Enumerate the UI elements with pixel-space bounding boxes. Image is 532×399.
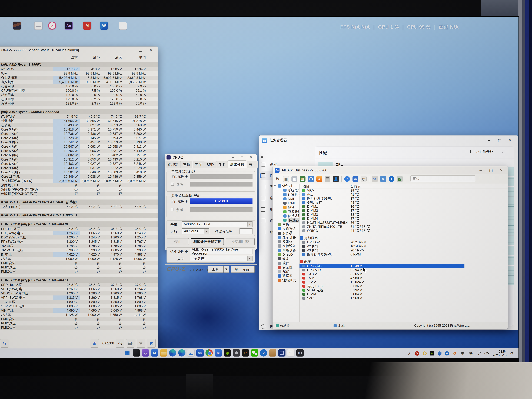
license-card-icon[interactable]: ▧ xyxy=(397,176,403,182)
report-add-icon[interactable]: ▤✚ xyxy=(126,339,135,348)
text-document-shortcut[interactable] xyxy=(34,22,43,30)
list-item-图形处理器(GPU)[interactable]: 图形处理器(GPU)0 RPM xyxy=(299,252,508,256)
table-row[interactable]: 热降频 (PROCHOT EXT)否否否 xyxy=(0,192,158,196)
blank-file-shortcut[interactable] xyxy=(119,22,127,30)
table-row[interactable]: Core 4 功耗10.547 W0.093 W10.658 W5.413 W xyxy=(0,145,158,149)
cpu-z[interactable] xyxy=(278,349,285,356)
blue-m-app-2[interactable]: M xyxy=(215,349,222,356)
table-row[interactable]: (Tctl/Tdie)74.5 ℃45.9 ℃74.5 ℃61.7 ℃ xyxy=(0,114,158,119)
maximize-button[interactable]: ▢ xyxy=(135,48,146,52)
ime-pinyin[interactable]: 拼 xyxy=(469,351,473,356)
file-explorer[interactable] xyxy=(160,349,167,356)
list-item-DIMM4[interactable]: DIMM437 ℃ xyxy=(299,217,508,221)
report-icon[interactable]: ▤ xyxy=(283,176,289,182)
database-icon[interactable]: ≋ xyxy=(353,176,358,182)
aida64[interactable]: 64 xyxy=(196,349,204,356)
display-icon[interactable]: 🖵 xyxy=(308,176,314,182)
table-row[interactable]: 1.8V 电压1.800 V1.800 V1.800 V1.800 V xyxy=(0,300,158,304)
table-row[interactable]: 频率99.8 MHz99.8 MHz99.8 MHz99.8 MHz xyxy=(0,71,158,76)
table-row[interactable]: PMIC过压否否否否 xyxy=(0,321,158,325)
table-row[interactable]: 总功率1.000 W1.000 W1.125 W1.006 W xyxy=(0,257,158,261)
table-row[interactable]: IN 电压4.620 V4.620 V4.970 V4.883 V xyxy=(0,252,158,257)
table-row[interactable]: ore VIDs1.178 V0.410 V1.205 V1.134 V xyxy=(0,67,158,71)
tree-item-存储设备[interactable]: ›存储设备 xyxy=(272,244,299,248)
ime-chinese[interactable]: 中 xyxy=(460,351,465,356)
tray-bluetooth[interactable]: B xyxy=(445,351,449,355)
swap-arrows-icon[interactable]: ⇆ xyxy=(0,339,9,348)
table-row[interactable]: 有效频率5,403.6 MHz103.5 MHz5,411.2 MHz2,860… xyxy=(0,80,158,84)
list-item-VRM[interactable]: VRM39 ℃ xyxy=(299,189,508,192)
list-item-ZHITAI TiPlus7100 1TB[interactable]: ZHITAI TiPlus7100 1TB51 ℃ / 38 ℃ xyxy=(299,225,508,229)
table-row[interactable]: PMIC高温否否否否 xyxy=(0,261,158,265)
tree-item-操作系统[interactable]: ›操作系统 xyxy=(272,227,299,231)
table-row[interactable]: Core 6 功耗9.802 W0.051 W10.482 W5.151 W xyxy=(0,153,158,157)
list-item-DIMM3[interactable]: DIMM338 ℃ xyxy=(299,213,508,217)
table-row[interactable]: 心功耗10.493 W0.027 W10.853 W5.569 W xyxy=(0,123,158,127)
table-row[interactable]: CPU/线程使用率100.0 %7.5 %100.0 %65.1 % xyxy=(0,89,158,93)
notification-bell-icon[interactable]: 🗘z xyxy=(510,351,515,356)
v-app[interactable]: V xyxy=(260,349,267,356)
red-m-app-shortcut[interactable]: M xyxy=(83,22,91,30)
tools-dropdown-arrow[interactable]: ▼ xyxy=(223,266,229,273)
reference-checkbox[interactable] xyxy=(171,183,174,186)
taskbar-clock[interactable]: 23:54 2025/6/15 xyxy=(493,350,507,357)
tree-item-显示设备[interactable]: ›显示设备 xyxy=(272,235,299,240)
tab-关于[interactable]: 关于 xyxy=(247,161,258,168)
tree-item-系统概述[interactable]: 系统概述 xyxy=(272,188,299,192)
tab-内存[interactable]: 内存 xyxy=(193,161,204,168)
search-input[interactable]: 查找 xyxy=(411,176,475,182)
list-item-GPU 显存[interactable]: GPU 显存48 ℃ xyxy=(299,201,508,205)
table-row[interactable]: VIN 电压4.690 V4.690 V5.040 V4.888 V xyxy=(0,308,158,313)
pie-chart-icon[interactable]: ◔ xyxy=(344,176,350,182)
benchmark-version-select[interactable]: Version 17.01.64▼ xyxy=(182,221,253,227)
tree-item-主板[interactable]: ›主板 xyxy=(272,222,299,227)
tree-item-传感器[interactable]: 传感器 xyxy=(272,218,299,222)
tree-item-配置[interactable]: ›配置 xyxy=(272,270,299,274)
table-row[interactable]: 心有效频率5,403.6 MHz8.3 MHz5,623.6 MHz2,860.… xyxy=(0,76,158,80)
minimize-button[interactable]: – xyxy=(228,155,237,159)
table-row[interactable]: .8V 电压1.785 V1.785 V1.785 V1.785 V xyxy=(0,244,158,248)
tree-item-多媒体[interactable]: ›多媒体 xyxy=(272,240,299,244)
tree-item-性能测试[interactable]: ›性能测试 xyxy=(272,278,299,282)
hardware-monitor-app[interactable] xyxy=(296,349,304,356)
gpu-z[interactable]: G xyxy=(287,349,295,356)
tools-button[interactable]: 工具 xyxy=(208,266,223,273)
package-app[interactable] xyxy=(269,349,276,356)
submit-compare-button[interactable]: 提交和比较 xyxy=(226,238,254,245)
list-item-HGST HUS728T8TALE6L4[interactable]: HGST HUS728T8TALE6L436 ℃ xyxy=(299,221,508,225)
tray-security-shield[interactable] xyxy=(437,351,442,356)
test-stability-button[interactable]: 测试处理器稳定度 xyxy=(191,238,224,245)
after-effects-shortcut[interactable]: Ae xyxy=(65,22,73,30)
ok-button[interactable]: 确定 xyxy=(239,266,254,273)
aida-titlebar[interactable]: 64 AIDA64 Business v7.00.6700 – ▢ ✕ xyxy=(272,166,508,174)
refresh-icon[interactable]: ↻ xyxy=(275,176,280,182)
close-x-icon[interactable]: ✖ xyxy=(147,339,156,348)
info-icon[interactable]: i xyxy=(389,176,394,182)
monitor-window-icon[interactable]: 🖳 xyxy=(372,176,378,182)
close-button[interactable]: ✕ xyxy=(146,48,156,52)
word-shortcut[interactable]: W xyxy=(100,22,108,30)
table-row[interactable]: SPD Hub 温度36.8 ℃36.8 ℃37.3 ℃37.0 ℃ xyxy=(0,283,158,287)
list-item-ORICO[interactable]: ORICO44 ℃ / 36 ℃ xyxy=(299,229,508,233)
list-item-#2 机箱[interactable]: #2 机箱1014 RPM xyxy=(299,244,508,248)
table-row[interactable]: .0V VOUT 电压0.990 V0.990 V1.005 V0.990 V xyxy=(0,248,158,252)
itunes-shortcut[interactable]: ♪ xyxy=(48,22,56,30)
column-current-value[interactable]: 当前值 xyxy=(350,184,361,189)
table-row[interactable]: DD (SWA) 电压1.260 V1.065 V1.260 V1.248 V xyxy=(0,231,158,235)
tree-item-网络设备[interactable]: ›网络设备 xyxy=(272,248,299,252)
tree-item-DMI[interactable]: DMI xyxy=(272,197,299,201)
table-row[interactable]: 1.0V VOUT 电压1.005 V1.005 V1.005 V1.005 V xyxy=(0,304,158,308)
table-row[interactable]: PP (SWC) 电压1.800 V1.245 V1.815 V1.767 V xyxy=(0,240,158,244)
table-row[interactable]: 热降频 (PROCHOT CPU)否否否 xyxy=(0,187,158,192)
close-button[interactable]: ✕ xyxy=(505,138,515,143)
cpuz-titlebar[interactable]: CPU-Z – ▢ ✕ xyxy=(165,154,257,160)
tree-item-服务器[interactable]: ›服务器 xyxy=(272,231,299,235)
volume-muted[interactable]: ◁✕ xyxy=(485,351,489,356)
multithread-ratio-field[interactable] xyxy=(240,228,253,234)
list-item-图形处理器(GPU)[interactable]: 图形处理器(GPU)37 ℃ xyxy=(299,196,508,201)
start-button[interactable] xyxy=(124,349,131,356)
more-options-button[interactable]: … xyxy=(500,149,505,154)
tray-expand-chevron[interactable]: ∧ xyxy=(407,351,412,356)
tree-item-计算机名称[interactable]: 计算机名称 xyxy=(272,192,299,197)
table-row[interactable]: 总功率1.125 W1.000 W1.750 W1.111 W xyxy=(0,313,158,317)
